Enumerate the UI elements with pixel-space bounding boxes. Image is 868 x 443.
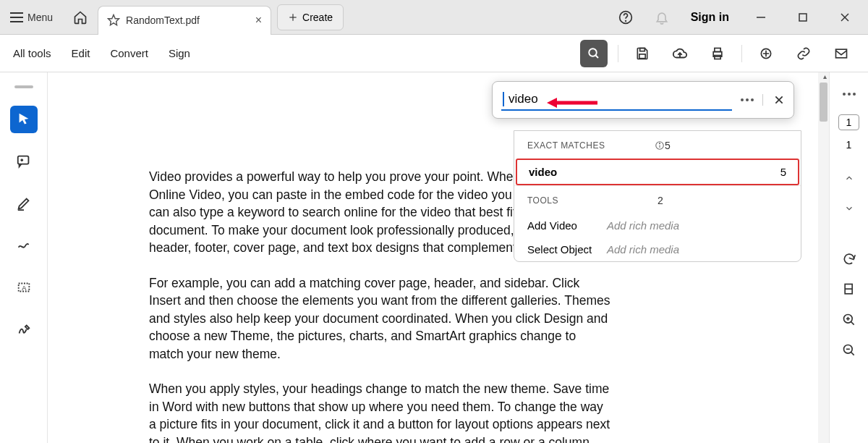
cloud-upload-icon <box>672 46 688 62</box>
star-icon <box>107 14 120 27</box>
signature-tool[interactable] <box>10 316 38 343</box>
select-tool[interactable] <box>10 106 38 133</box>
tool-name: Add Video <box>527 219 607 232</box>
page-up-button[interactable] <box>836 165 862 191</box>
cursor-icon <box>16 111 32 127</box>
result-count: 5 <box>780 166 786 178</box>
plus-icon <box>288 12 298 22</box>
result-text: video <box>529 166 780 178</box>
menu-button[interactable]: Menu <box>0 0 63 34</box>
right-rail: 1 1 <box>829 72 868 443</box>
fit-page-button[interactable] <box>836 277 862 303</box>
svg-point-4 <box>625 20 626 21</box>
save-icon <box>635 46 650 61</box>
sign-icon <box>16 321 32 337</box>
svg-point-39 <box>659 143 660 144</box>
edit-link[interactable]: Edit <box>72 47 90 59</box>
mail-icon <box>834 46 848 61</box>
paragraph: For example, you can add a matching cove… <box>149 274 612 363</box>
annotation-arrow-icon <box>547 96 597 110</box>
comment-icon <box>16 153 32 169</box>
convert-link[interactable]: Convert <box>110 47 148 59</box>
link-button[interactable] <box>790 40 817 67</box>
exact-matches-header: EXACT MATCHES 5 <box>514 131 801 159</box>
svg-text:A: A <box>22 284 27 292</box>
all-tools-link[interactable]: All tools <box>13 47 51 59</box>
svg-rect-17 <box>836 49 847 58</box>
tool-category: Add rich media <box>607 219 679 232</box>
tool-result-item[interactable]: Select Object Add rich media <box>514 237 801 261</box>
close-window-button[interactable] <box>829 4 861 30</box>
print-icon <box>710 46 725 61</box>
create-label: Create <box>302 12 333 23</box>
svg-line-27 <box>851 322 854 325</box>
paragraph: When you apply styles, your headings cha… <box>149 380 612 443</box>
tab-title: RandomText.pdf <box>126 14 250 26</box>
comment-tool[interactable] <box>10 148 38 175</box>
find-query: video <box>509 92 538 106</box>
find-button[interactable] <box>580 40 608 67</box>
minimize-button[interactable] <box>745 4 777 30</box>
textbox-tool[interactable]: A <box>10 274 38 301</box>
search-result-item[interactable]: video 5 <box>516 159 799 185</box>
freehand-icon <box>16 237 32 253</box>
svg-marker-34 <box>547 98 557 108</box>
svg-rect-11 <box>640 48 645 51</box>
zoom-in-button[interactable] <box>836 307 862 333</box>
svg-marker-0 <box>109 15 119 25</box>
text-cursor <box>503 92 504 106</box>
left-tool-rail: A <box>0 72 48 443</box>
ai-button[interactable] <box>752 40 780 67</box>
find-results-panel: EXACT MATCHES 5 video 5 TOOLS 2 Add Vide… <box>514 130 801 262</box>
tab-close-button[interactable]: × <box>255 14 262 27</box>
notifications-button[interactable] <box>649 4 675 30</box>
maximize-button[interactable] <box>787 4 819 30</box>
page-down-button[interactable] <box>836 195 862 222</box>
bell-icon <box>655 10 669 25</box>
tool-result-item[interactable]: Add Video Add rich media <box>514 214 801 237</box>
exact-matches-count: 5 <box>665 140 788 151</box>
link-icon <box>796 46 811 61</box>
sparkle-icon <box>759 46 773 61</box>
home-icon <box>73 10 88 25</box>
tools-count: 2 <box>658 195 788 206</box>
scroll-up-arrow[interactable]: ▴ <box>823 72 827 80</box>
print-button[interactable] <box>704 40 731 67</box>
page-input[interactable]: 1 <box>838 114 860 130</box>
help-icon <box>618 10 633 25</box>
find-panel: video <box>492 81 794 119</box>
find-close-button[interactable] <box>773 94 785 106</box>
zoom-out-button[interactable] <box>836 337 862 363</box>
draw-tool[interactable] <box>10 232 38 259</box>
tool-name: Select Object <box>527 243 607 256</box>
home-button[interactable] <box>63 0 98 34</box>
tool-category: Add rich media <box>607 243 679 256</box>
rail-menu-button[interactable] <box>843 93 856 96</box>
svg-point-9 <box>589 48 597 56</box>
titlebar-right: Sign in <box>613 4 868 30</box>
cloud-button[interactable] <box>666 40 694 67</box>
svg-line-31 <box>851 353 854 355</box>
help-button[interactable] <box>613 4 639 30</box>
share-button[interactable] <box>827 40 855 67</box>
pencil-icon <box>16 195 32 211</box>
titlebar: Menu RandomText.pdf × Create Sign in <box>0 0 868 35</box>
find-options-button[interactable] <box>741 98 754 101</box>
rail-handle[interactable] <box>14 85 33 88</box>
sign-link[interactable]: Sign <box>169 47 190 59</box>
info-icon <box>655 140 665 151</box>
signin-button[interactable]: Sign in <box>691 11 729 24</box>
find-input[interactable]: video <box>501 89 732 111</box>
create-button[interactable]: Create <box>277 4 344 30</box>
textbox-icon: A <box>16 279 32 295</box>
scrollbar-thumb[interactable] <box>820 83 827 122</box>
save-button[interactable] <box>629 40 656 67</box>
highlight-tool[interactable] <box>10 190 38 217</box>
rotate-button[interactable] <box>836 246 862 272</box>
tools-header: TOOLS 2 <box>514 186 801 214</box>
menu-label: Menu <box>27 12 53 23</box>
svg-rect-14 <box>715 48 720 51</box>
hamburger-icon <box>10 12 23 22</box>
vertical-scrollbar[interactable]: ▴ <box>818 72 829 443</box>
document-tab[interactable]: RandomText.pdf × <box>98 6 271 35</box>
